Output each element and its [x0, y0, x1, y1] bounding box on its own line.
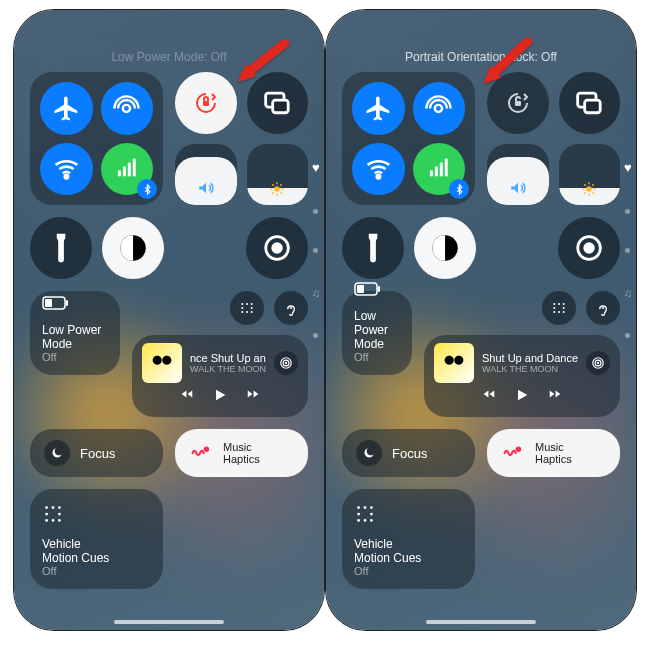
svg-point-68 [553, 303, 555, 305]
brightness-icon [559, 181, 621, 197]
svg-point-41 [45, 519, 48, 522]
haptics-label: Music Haptics [223, 441, 260, 465]
svg-point-81 [364, 506, 367, 509]
next-button[interactable] [546, 387, 564, 407]
airdrop-toggle[interactable] [101, 82, 154, 135]
vmc-title: Vehicle Motion Cues [354, 537, 463, 565]
dark-mode-button[interactable] [102, 217, 164, 279]
cellular-bluetooth[interactable] [101, 143, 154, 196]
svg-point-37 [52, 506, 55, 509]
brightness-slider[interactable] [247, 144, 309, 206]
focus-tile[interactable]: Focus [342, 429, 475, 477]
svg-line-58 [585, 184, 586, 185]
svg-point-72 [563, 307, 565, 309]
focus-tile[interactable]: Focus [30, 429, 163, 477]
svg-point-20 [271, 242, 282, 253]
svg-point-43 [58, 519, 61, 522]
background-sounds-button[interactable] [542, 291, 576, 325]
svg-point-27 [241, 307, 243, 309]
background-sounds-button[interactable] [230, 291, 264, 325]
svg-rect-3 [123, 167, 126, 177]
favorites-page-icon: ♥ [312, 160, 320, 175]
hearing-button[interactable] [274, 291, 308, 325]
volume-icon [487, 179, 549, 197]
svg-rect-49 [445, 159, 448, 177]
dark-mode-button[interactable] [414, 217, 476, 279]
svg-rect-46 [430, 171, 433, 177]
music-haptics-tile[interactable]: Music Haptics [487, 429, 620, 477]
battery-icon [354, 281, 400, 301]
connectivity-group[interactable] [342, 72, 475, 205]
prev-button[interactable] [178, 387, 196, 407]
svg-point-29 [241, 311, 243, 313]
screen-record-button[interactable] [246, 217, 308, 279]
hearing-button[interactable] [586, 291, 620, 325]
page-indicator[interactable]: ♥ ♫ [312, 160, 320, 338]
home-indicator[interactable] [426, 620, 536, 624]
focus-label: Focus [392, 446, 427, 461]
svg-rect-52 [585, 100, 600, 113]
svg-rect-47 [435, 167, 438, 177]
svg-point-1 [65, 175, 68, 178]
svg-point-25 [246, 303, 248, 305]
volume-icon [175, 179, 237, 197]
np-title: nce Shut Up an [190, 352, 266, 364]
svg-point-82 [370, 506, 373, 509]
prev-button[interactable] [480, 387, 498, 407]
flashlight-button[interactable] [30, 217, 92, 279]
svg-point-87 [370, 519, 373, 522]
haptics-icon [187, 440, 213, 466]
volume-slider[interactable] [487, 144, 549, 206]
screen-record-button[interactable] [558, 217, 620, 279]
svg-point-69 [558, 303, 560, 305]
page-indicator[interactable]: ♥ ♫ [624, 160, 632, 338]
vehicle-motion-cues-tile[interactable]: Vehicle Motion Cues Off [30, 489, 163, 589]
now-playing-tile[interactable]: Shut Up and Dance WALK THE MOON [424, 335, 620, 417]
svg-point-83 [357, 513, 360, 516]
svg-rect-23 [45, 299, 52, 307]
phone-right: Portrait Orientation Lock: Off [326, 10, 636, 630]
airdrop-toggle[interactable] [413, 82, 466, 135]
haptics-label: Music Haptics [535, 441, 572, 465]
airplane-toggle[interactable] [352, 82, 405, 135]
svg-line-14 [273, 184, 274, 185]
svg-point-73 [553, 311, 555, 313]
low-power-mode-tile[interactable]: Low Power Mode Off [342, 291, 412, 375]
next-button[interactable] [244, 387, 262, 407]
music-page-icon: ♫ [624, 287, 632, 299]
wifi-toggle[interactable] [352, 143, 405, 196]
airplay-audio-button[interactable] [586, 351, 610, 375]
svg-line-60 [585, 192, 586, 193]
vmc-sub: Off [42, 565, 151, 577]
low-power-mode-tile[interactable]: Low Power Mode Off [30, 291, 120, 375]
svg-point-74 [558, 311, 560, 313]
orientation-lock-button[interactable] [175, 72, 237, 134]
cellular-bluetooth[interactable] [413, 143, 466, 196]
screen-mirroring-button[interactable] [559, 72, 621, 134]
svg-line-17 [281, 184, 282, 185]
wifi-toggle[interactable] [40, 143, 93, 196]
album-art [434, 343, 474, 383]
volume-slider[interactable] [175, 144, 237, 206]
flashlight-button[interactable] [342, 217, 404, 279]
music-haptics-tile[interactable]: Music Haptics [175, 429, 308, 477]
svg-point-40 [58, 513, 61, 516]
now-playing-tile[interactable]: nce Shut Up an WALK THE MOON [132, 335, 308, 417]
svg-line-61 [593, 184, 594, 185]
svg-line-59 [593, 192, 594, 193]
connectivity-group[interactable] [30, 72, 163, 205]
svg-rect-67 [357, 285, 364, 293]
airplane-toggle[interactable] [40, 82, 93, 135]
vehicle-motion-cues-tile[interactable]: Vehicle Motion Cues Off [342, 489, 475, 589]
svg-rect-48 [440, 163, 443, 177]
music-page-icon: ♫ [312, 287, 320, 299]
vmc-title: Vehicle Motion Cues [42, 537, 151, 565]
svg-rect-5 [133, 159, 136, 177]
moon-icon [44, 440, 70, 466]
brightness-slider[interactable] [559, 144, 621, 206]
play-button[interactable] [514, 387, 530, 407]
home-indicator[interactable] [114, 620, 224, 624]
play-button[interactable] [212, 387, 228, 407]
svg-point-45 [377, 175, 380, 178]
airplay-audio-button[interactable] [274, 351, 298, 375]
